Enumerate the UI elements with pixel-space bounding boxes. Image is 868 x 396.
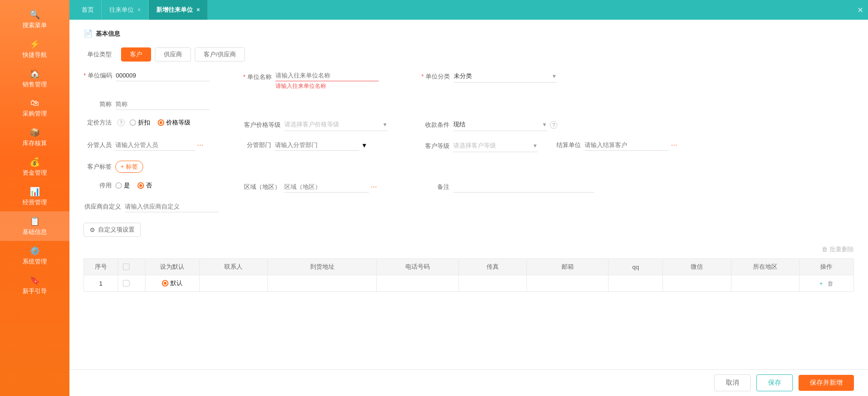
sidebar-item-finance[interactable]: 💰 资金管理 bbox=[0, 152, 69, 182]
row-email-input[interactable] bbox=[532, 280, 603, 287]
settlement-dots-icon[interactable]: ··· bbox=[671, 141, 677, 149]
manager-input[interactable] bbox=[115, 140, 195, 151]
save-button[interactable]: 保存 bbox=[756, 374, 793, 391]
customer-level-select[interactable]: 请选择客户等级 ▼ bbox=[453, 140, 538, 152]
col-wechat: 微信 bbox=[663, 259, 731, 275]
settlement-field: 结算单位 ··· bbox=[553, 140, 677, 151]
batch-delete-icon: 🗑 bbox=[822, 246, 828, 253]
name-input-wrapper: 请输入往来单位名称 bbox=[275, 70, 379, 90]
payment-label: 收款条件 bbox=[421, 121, 449, 129]
tab-home[interactable]: 首页 bbox=[74, 0, 102, 20]
settlement-input[interactable] bbox=[585, 140, 669, 151]
customer-level-field: 客户等级 请选择客户等级 ▼ bbox=[421, 140, 553, 152]
row-phone-input[interactable] bbox=[381, 280, 453, 287]
row-address[interactable] bbox=[268, 275, 377, 292]
category-select[interactable]: 未分类 ▼ bbox=[454, 70, 557, 83]
close-all-tabs-icon[interactable]: ✕ bbox=[857, 6, 863, 15]
row-qq-input[interactable] bbox=[613, 280, 658, 287]
tab-new-contact-label: 新增往来单位 bbox=[156, 6, 193, 14]
row-address-input[interactable] bbox=[273, 280, 372, 287]
sidebar-item-sales[interactable]: 🏠 销售管理 bbox=[0, 64, 69, 93]
header-checkbox[interactable] bbox=[123, 264, 129, 270]
pricing-radio-level[interactable]: 价格等级 bbox=[158, 118, 190, 127]
batch-delete-button[interactable]: 🗑 批量删除 bbox=[84, 245, 854, 254]
row-delete-icon[interactable]: 🗑 bbox=[827, 280, 833, 287]
name-field: 单位名称 请输入往来单位名称 bbox=[243, 70, 421, 90]
row-region[interactable] bbox=[731, 275, 799, 292]
unit-type-label: 单位类型 bbox=[84, 50, 112, 59]
name-input[interactable] bbox=[275, 70, 379, 81]
table-row: 1 默认 bbox=[84, 275, 854, 292]
disabled-no[interactable]: 否 bbox=[137, 181, 152, 190]
sidebar-item-operation[interactable]: 📊 经营管理 bbox=[0, 182, 69, 211]
short-name-input[interactable] bbox=[115, 99, 209, 110]
tabs-bar: 首页 往来单位 × 新增往来单位 × ✕ bbox=[69, 0, 868, 20]
col-phone: 电话号码 bbox=[377, 259, 458, 275]
sidebar-item-system[interactable]: ⚙️ 系统管理 bbox=[0, 241, 69, 271]
sidebar-item-quicknav[interactable]: ⚡ 快捷导航 bbox=[0, 34, 69, 64]
disabled-yes-circle bbox=[115, 182, 122, 189]
row-contact[interactable] bbox=[199, 275, 267, 292]
manager-dots-icon[interactable]: ··· bbox=[197, 141, 203, 149]
purchase-icon: 🛍 bbox=[30, 98, 39, 108]
remark-label: 备注 bbox=[421, 183, 449, 191]
disabled-yes[interactable]: 是 bbox=[115, 181, 130, 190]
unit-btn-customer[interactable]: 客户 bbox=[121, 47, 151, 62]
region-input[interactable] bbox=[284, 181, 369, 193]
row-checkbox[interactable] bbox=[123, 280, 129, 287]
row-phone[interactable] bbox=[377, 275, 458, 292]
custom-settings-button[interactable]: ⚙ 自定义项设置 bbox=[84, 223, 141, 237]
name-label: 单位名称 bbox=[243, 73, 272, 81]
tab-contacts-close[interactable]: × bbox=[137, 7, 141, 13]
manager-field: 分管人员 ··· bbox=[84, 140, 243, 151]
system-icon: ⚙️ bbox=[30, 246, 40, 256]
save-new-button[interactable]: 保存并新增 bbox=[799, 375, 854, 391]
code-input[interactable] bbox=[116, 70, 210, 81]
cancel-button[interactable]: 取消 bbox=[714, 374, 751, 391]
unit-type-field: 单位类型 客户 供应商 客户/供应商 bbox=[84, 47, 245, 62]
dept-input[interactable] bbox=[275, 140, 359, 151]
custom-settings-label: 自定义项设置 bbox=[98, 225, 135, 234]
payment-select[interactable]: 现结 ▼ bbox=[453, 118, 547, 131]
sidebar-item-newbie[interactable]: 🔖 新手引导 bbox=[0, 271, 69, 300]
sidebar-item-search[interactable]: 🔍 搜索菜单 bbox=[0, 5, 69, 34]
row-add-icon[interactable]: + bbox=[819, 280, 823, 287]
sidebar-item-inventory[interactable]: 📦 库存核算 bbox=[0, 123, 69, 152]
dept-label: 分管部门 bbox=[243, 141, 271, 149]
row-qq[interactable] bbox=[609, 275, 663, 292]
region-dots-icon[interactable]: ··· bbox=[371, 183, 377, 191]
pricing-help-icon[interactable]: ? bbox=[117, 119, 125, 126]
supplier-custom-label: 供应商自定义 bbox=[84, 202, 121, 211]
contacts-table: 序号 设为默认 联系人 到货地址 电话号码 传真 邮箱 qq 微信 所在地区 操… bbox=[84, 258, 854, 292]
pricing-radio-level-circle bbox=[158, 119, 164, 126]
sidebar-item-purchase[interactable]: 🛍 采购管理 bbox=[0, 93, 69, 123]
row-default-radio[interactable]: 默认 bbox=[150, 279, 195, 287]
sales-icon: 🏠 bbox=[30, 69, 40, 79]
unit-btn-supplier[interactable]: 供应商 bbox=[155, 47, 191, 62]
sidebar-item-basic[interactable]: 📋 基础信息 bbox=[0, 211, 69, 241]
code-label: 单位编码 bbox=[84, 71, 112, 80]
tab-new-contact[interactable]: 新增往来单位 × bbox=[149, 0, 208, 20]
col-fax: 传真 bbox=[458, 259, 526, 275]
unit-btn-both[interactable]: 客户/供应商 bbox=[195, 47, 245, 62]
remark-input[interactable] bbox=[453, 181, 594, 193]
tab-new-contact-close[interactable]: × bbox=[197, 7, 200, 13]
tag-add-button[interactable]: + 标签 bbox=[115, 161, 143, 173]
row-wechat[interactable] bbox=[663, 275, 731, 292]
sidebar-item-label: 系统管理 bbox=[23, 257, 47, 266]
price-level-select[interactable]: 请选择客户价格等级 ▼ bbox=[284, 118, 388, 131]
row-region-input[interactable] bbox=[736, 280, 794, 287]
payment-help-icon[interactable]: ? bbox=[550, 121, 557, 129]
disabled-no-circle bbox=[137, 182, 144, 189]
supplier-custom-input[interactable] bbox=[125, 201, 219, 212]
col-check bbox=[118, 259, 145, 275]
row-fax[interactable] bbox=[458, 275, 526, 292]
pricing-option-level: 价格等级 bbox=[166, 118, 190, 127]
row-wechat-input[interactable] bbox=[668, 280, 726, 287]
col-qq: qq bbox=[609, 259, 663, 275]
row-email[interactable] bbox=[526, 275, 608, 292]
pricing-radio-discount[interactable]: 折扣 bbox=[129, 118, 150, 127]
tab-contacts[interactable]: 往来单位 × bbox=[102, 0, 149, 20]
row-contact-input[interactable] bbox=[205, 280, 263, 287]
row-fax-input[interactable] bbox=[464, 280, 522, 287]
